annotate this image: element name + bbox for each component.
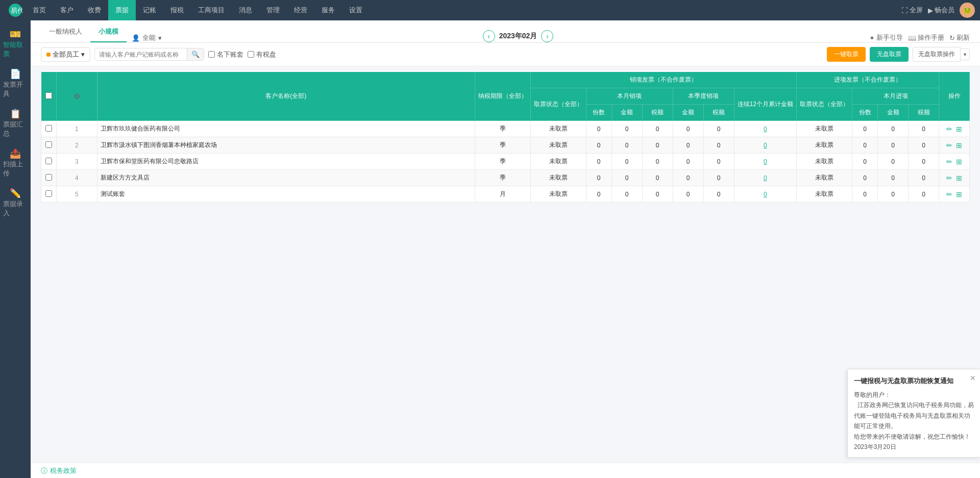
checkbox-account-input[interactable] — [208, 51, 215, 58]
col-purchase-invoice-header: 进项发票（不合作废票） — [797, 72, 939, 88]
sidebar-item-smart-fetch[interactable]: 🎫 智能取票 — [1, 26, 30, 63]
bottom-bar: ⓘ 税务政策 — [31, 463, 980, 478]
row-cumulative[interactable]: 0 — [734, 154, 796, 170]
row-cumulative[interactable]: 0 — [734, 137, 796, 154]
sidebar-item-open-invoice-label: 发票开具 — [3, 80, 28, 98]
row-purchase-fetch-status: 未取票 — [797, 121, 852, 137]
nav-message[interactable]: 消息 — [232, 0, 259, 20]
checkbox-tax-disk[interactable]: 有税盘 — [248, 50, 276, 59]
row-checkbox-cell[interactable] — [41, 154, 57, 170]
row-operate-cell: ✏ ⊞ — [939, 121, 970, 137]
nav-manage[interactable]: 管理 — [259, 0, 287, 20]
row-operate-cell: ✏ ⊞ — [939, 186, 970, 203]
sidebar-item-invoice-input-label: 票据录入 — [3, 199, 28, 218]
prev-period-btn[interactable]: ‹ — [483, 30, 495, 42]
row-checkbox-cell[interactable] — [41, 121, 57, 137]
nav-invoice[interactable]: 票据 — [108, 0, 136, 20]
nav-fee[interactable]: 收费 — [81, 0, 108, 20]
sidebar-item-invoice-input[interactable]: ✏️ 票据录入 — [1, 185, 30, 222]
nav-service[interactable]: 服务 — [314, 0, 342, 20]
row-purchase-fetch-status: 未取票 — [797, 137, 852, 154]
col-purchase-tax-m: 税额 — [909, 105, 939, 121]
row-sales-fetch-status: 未取票 — [530, 154, 586, 170]
tab-small-scale[interactable]: 小规模 — [90, 22, 127, 42]
nav-biz[interactable]: 工商项目 — [191, 0, 232, 20]
tab-general-taxpayer[interactable]: 一般纳税人 — [41, 22, 90, 42]
search-button[interactable]: 🔍 — [187, 48, 204, 60]
edit-icon[interactable]: ✏ — [946, 141, 952, 149]
row-purchase-tax-m: 0 — [909, 121, 939, 137]
row-checkbox[interactable] — [45, 141, 52, 148]
sidebar-item-scan-upload[interactable]: 📤 扫描上传 — [1, 145, 30, 182]
col-current-month-sales: 本月销项 — [586, 88, 673, 105]
row-period: 季 — [475, 137, 530, 154]
row-number: 4 — [57, 170, 97, 186]
row-cumulative[interactable]: 0 — [734, 121, 796, 137]
notification-body: 尊敬的用户： 江苏政务网已恢复访问电子税务局功能，易代账一键登陆电子税务局与无盘… — [854, 390, 974, 451]
row-operate-cell: ✏ ⊞ — [939, 154, 970, 170]
notification-close-btn[interactable]: ✕ — [970, 372, 976, 385]
next-period-btn[interactable]: › — [541, 30, 553, 42]
row-purchase-tax-m: 0 — [909, 170, 939, 186]
row-checkbox-cell[interactable] — [41, 186, 57, 203]
new-guide-btn[interactable]: ✦ 新手引导 — [869, 33, 903, 42]
row-sales-amount-m: 0 — [611, 154, 642, 170]
nav-home[interactable]: 首页 — [26, 0, 53, 20]
view-icon[interactable]: ⊞ — [956, 174, 962, 182]
checkbox-tax-disk-input[interactable] — [248, 51, 254, 58]
nav-customer[interactable]: 客户 — [53, 0, 81, 20]
view-icon[interactable]: ⊞ — [956, 125, 962, 133]
settings-icon[interactable]: ⚙ — [57, 72, 97, 121]
avatar[interactable]: 🐸 — [960, 3, 975, 18]
view-icon[interactable]: ⊞ — [956, 158, 962, 166]
sidebar-item-open-invoice[interactable]: 📄 发票开具 — [1, 65, 30, 103]
refresh-btn[interactable]: ↻ 刷新 — [949, 33, 970, 42]
nav-operation[interactable]: 经营 — [287, 0, 314, 20]
row-cumulative[interactable]: 0 — [734, 170, 796, 186]
row-purchase-amount-m: 0 — [878, 170, 909, 186]
search-input[interactable] — [95, 49, 187, 60]
checkbox-account[interactable]: 名下账套 — [208, 50, 243, 59]
fullscreen-btn[interactable]: ⛶ 全屏 — [901, 6, 923, 15]
smart-fetch-icon: 🎫 — [10, 30, 21, 39]
sidebar-item-invoice-summary[interactable]: 📋 票据汇总 — [1, 105, 30, 142]
nav-setting[interactable]: 设置 — [342, 0, 370, 20]
nav-bookkeeping[interactable]: 记账 — [136, 0, 163, 20]
row-customer-name: 卫辉市玖玖健合医药有限公司 — [97, 121, 475, 137]
edit-icon[interactable]: ✏ — [946, 125, 952, 133]
row-checkbox[interactable] — [45, 174, 52, 181]
toolbar-right: 一键取票 无盘取票 无盘取票操作 ▾ — [827, 47, 970, 62]
col-tax-period: 纳税期限（全部） — [475, 72, 530, 121]
no-disk-operate-btn[interactable]: 无盘取票操作 — [913, 47, 961, 62]
select-all-checkbox[interactable] — [45, 92, 52, 99]
no-disk-fetch-btn[interactable]: 无盘取票 — [870, 47, 909, 62]
row-checkbox[interactable] — [45, 125, 52, 132]
toolbar: 全部员工 ▾ 🔍 名下账套 有税盘 一键取票 无盘取票 — [31, 43, 980, 66]
one-key-fetch-btn[interactable]: 一键取票 — [827, 47, 866, 62]
row-period: 季 — [475, 170, 530, 186]
employee-dropdown[interactable]: 全部员工 ▾ — [41, 47, 90, 62]
edit-icon[interactable]: ✏ — [946, 174, 952, 182]
nav-tax[interactable]: 报税 — [163, 0, 191, 20]
manual-btn[interactable]: 📖 操作手册 — [908, 33, 944, 42]
vip-btn[interactable]: ▶ 畅会员 — [928, 6, 954, 15]
row-cumulative[interactable]: 0 — [734, 186, 796, 203]
nav-items: 首页 客户 收费 票据 记账 报税 工商项目 消息 管理 经营 服务 设置 — [26, 0, 901, 20]
row-checkbox-cell[interactable] — [41, 170, 57, 186]
no-disk-operate-arrow[interactable]: ▾ — [961, 48, 970, 60]
invoice-summary-icon: 📋 — [10, 109, 21, 118]
view-icon[interactable]: ⊞ — [956, 141, 962, 149]
row-checkbox[interactable] — [45, 158, 52, 164]
row-sales-tax-q: 0 — [703, 170, 734, 186]
row-checkbox-cell[interactable] — [41, 137, 57, 154]
edit-icon[interactable]: ✏ — [946, 190, 952, 198]
row-checkbox[interactable] — [45, 190, 52, 197]
row-purchase-amount-m: 0 — [878, 121, 909, 137]
tab-all[interactable]: 👤 全能 ▾ — [127, 33, 167, 42]
row-purchase-amount-m: 0 — [878, 137, 909, 154]
view-icon[interactable]: ⊞ — [956, 190, 962, 198]
tax-policy-link[interactable]: 税务政策 — [50, 466, 77, 475]
row-customer-name: 测试账套 — [97, 186, 475, 203]
edit-icon[interactable]: ✏ — [946, 158, 952, 166]
row-purchase-amount-m: 0 — [878, 154, 909, 170]
